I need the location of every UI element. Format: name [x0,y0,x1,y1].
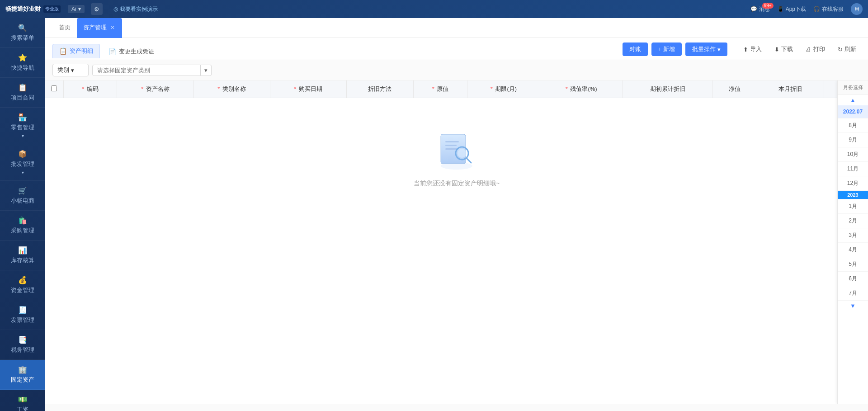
col-purchase-date: * 购买日期 [270,80,346,98]
demo-link[interactable]: ◎ 我要看实例演示 [113,5,158,13]
sidebar-label-purchase: 采购管理 [11,227,34,235]
sidebar-item-ecommerce[interactable]: 🛒 小畅电商 [0,181,45,211]
bottom-scroll [45,404,868,411]
search-icon: 🔍 [18,24,27,32]
download-icon2: ⬇ [774,46,779,53]
print-button[interactable]: 🖨 打印 [801,43,830,56]
add-button[interactable]: + 新增 [651,43,682,56]
download-label: 下载 [781,45,793,53]
month-6[interactable]: 6月 [838,272,868,286]
category-input-wrap: ▾ [92,65,228,76]
svg-point-7 [458,149,467,158]
month-12[interactable]: 12月 [838,176,868,191]
empty-svg [429,125,484,170]
col-period-label: 期限(月) [495,85,517,92]
top-bar-right: 💬 消息 99+ 📱 App下载 🎧 在线客服 用 [750,3,863,15]
tab-asset-management[interactable]: 资产管理 ✕ [77,18,122,38]
sidebar-item-fixed-assets[interactable]: 🏢 固定资产 [0,360,45,390]
app-download-button[interactable]: 📱 App下载 [777,5,806,13]
month-panel-up[interactable]: ▲ [838,95,868,105]
sidebar-item-tax[interactable]: 📑 税务管理 [0,330,45,360]
empty-illustration [429,125,484,170]
sidebar-item-search[interactable]: 🔍 搜索菜单 [0,18,45,48]
avatar[interactable]: 用 [851,3,863,15]
app-edition: 专业版 [43,5,61,13]
month-3[interactable]: 3月 [838,228,868,243]
company-selector[interactable]: Ai ▾ [68,5,85,13]
svg-rect-5 [445,148,458,150]
sidebar-item-inventory[interactable]: 📊 库存核算 [0,241,45,270]
category-dropdown-button[interactable]: ▾ [201,65,212,76]
tab-asset-label: 资产管理 [83,24,107,32]
month-5-label: 5月 [849,261,857,267]
star-icon: ⭐ [18,53,27,62]
tab-close-icon[interactable]: ✕ [109,24,116,31]
payroll-icon: 💵 [18,395,27,404]
col-category-label: 类别名称 [222,85,246,92]
empty-state: 当前您还没有固定资产明细哦~ [45,98,868,215]
category-input[interactable] [92,65,201,76]
message-button[interactable]: 💬 消息 99+ [750,5,770,13]
chevron-down-month-icon: ▼ [850,302,856,309]
month-1-label: 1月 [849,203,857,209]
settings-button[interactable]: ⚙ [91,3,103,15]
col-period: * 期限(月) [467,80,540,98]
app-logo: 畅捷通好业财 专业版 [5,5,61,13]
refresh-button[interactable]: ↻ 刷新 [833,43,861,56]
month-1[interactable]: 1月 [838,199,868,214]
toolbar-right: 对账 + 新增 批量操作 ▾ ⬆ 导入 ⬇ 下载 [623,43,861,60]
service-icon: 🎧 [813,6,820,12]
month-panel-down[interactable]: ▼ [838,301,868,311]
col-name-label: 资产名称 [146,85,170,92]
table-wrap[interactable]: * 编码 * 资产名称 * 类别名称 [45,80,868,404]
import-icon: ⬆ [743,46,748,53]
category-label-select[interactable]: 类别 ▾ [52,64,89,76]
online-service-button[interactable]: 🎧 在线客服 [813,5,844,13]
month-10[interactable]: 10月 [838,147,868,162]
month-5[interactable]: 5月 [838,257,868,272]
retail-icon: 🏪 [18,113,27,122]
sub-tab-asset-detail[interactable]: 📋 资产明细 [52,44,100,58]
tab-home[interactable]: 首页 [52,18,77,38]
year-2023-label: 2023 [847,192,858,198]
sidebar-label-quick-nav: 快捷导航 [11,64,34,72]
finance-icon: 💰 [18,276,27,284]
sidebar-item-purchase[interactable]: 🛍️ 采购管理 [0,211,45,241]
print-icon: 🖨 [806,46,811,53]
col-depreciation: 折旧方法 [346,80,413,98]
sidebar-item-retail[interactable]: 🏪 零售管理 ▾ [0,108,45,144]
sidebar-item-payroll[interactable]: 💵 工资 [0,390,45,411]
select-all-checkbox[interactable] [51,85,57,91]
month-2022-07[interactable]: 2022.07 [838,105,868,118]
sidebar-item-finance[interactable]: 💰 资金管理 [0,270,45,300]
batch-button[interactable]: 批量操作 ▾ [685,43,727,56]
col-code: * 编码 [63,80,117,98]
purchase-icon: 🛍️ [18,216,27,225]
col-net-value-label: 净值 [729,85,741,92]
month-8[interactable]: 8月 [838,118,868,133]
month-9-label: 9月 [849,137,857,143]
reconcile-button[interactable]: 对账 [623,43,648,56]
sub-tab-change-voucher[interactable]: 📄 变更生成凭证 [102,44,161,58]
download-icon: 📱 [777,6,784,12]
chevron-down-icon: ▾ [22,133,24,138]
col-original-value: * 原值 [414,80,467,98]
svg-rect-3 [445,141,459,142]
batch-label: 批量操作 [692,45,716,53]
import-button[interactable]: ⬆ 导入 [739,43,766,56]
dropdown-icon: ▾ [78,6,81,12]
sidebar-item-invoice[interactable]: 🧾 发票管理 [0,300,45,330]
sidebar-item-wholesale[interactable]: 📦 批发管理 ▾ [0,144,45,181]
month-2[interactable]: 2月 [838,214,868,228]
col-code-label: 编码 [87,85,99,92]
month-11[interactable]: 11月 [838,162,868,176]
sidebar-item-quick-nav[interactable]: ⭐ 快捷导航 [0,48,45,78]
month-4[interactable]: 4月 [838,243,868,257]
month-7[interactable]: 7月 [838,286,868,301]
category-label-arrow: ▾ [71,67,74,74]
col-residual-rate: * 残值率(%) [540,80,623,98]
month-9[interactable]: 9月 [838,133,868,147]
asset-detail-tab-icon: 📋 [59,47,67,55]
sidebar-item-project-contract[interactable]: 📋 项目合同 [0,78,45,108]
download-button[interactable]: ⬇ 下载 [770,43,797,56]
